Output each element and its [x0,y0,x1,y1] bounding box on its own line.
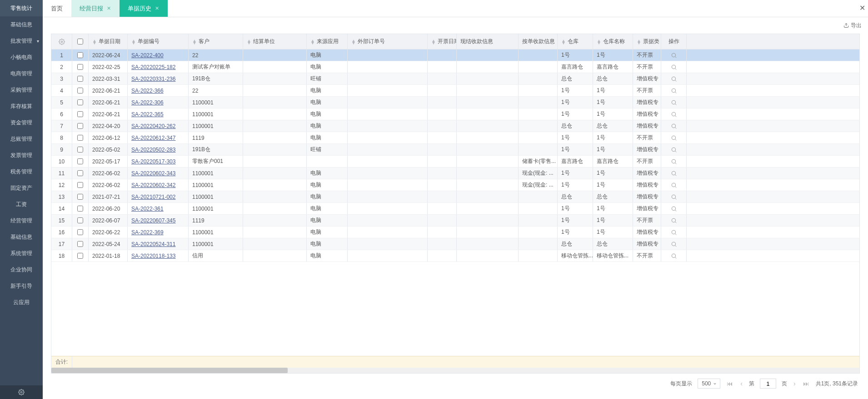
table-row[interactable]: 62022-06-21SA-2022-3651100001电脑1号1号增值税专 [51,108,859,120]
sidebar-item[interactable]: 库存核算 [0,98,43,114]
row-checkbox[interactable] [72,227,89,238]
row-checkbox[interactable] [72,97,89,108]
table-row[interactable]: 82022-06-12SA-20220612-3471119电脑1号1号不开票 [51,132,859,144]
table-row[interactable]: 52022-06-21SA-2022-3061100001电脑1号1号增值税专 [51,97,859,108]
row-view-action[interactable] [661,132,687,143]
doc-link[interactable]: SA-20220331-236 [131,76,175,82]
sidebar-item[interactable]: 基础信息 [0,229,43,245]
table-row[interactable]: 152022-06-07SA-20220607-3451119电脑1号1号不开票 [51,215,859,227]
close-all-tabs[interactable]: ✕ [859,4,865,12]
doc-link[interactable]: SA-20220612-347 [131,135,175,141]
doc-link[interactable]: SA-2022-369 [131,229,164,236]
doc-link[interactable]: SA-20220607-345 [131,217,175,224]
row-view-action[interactable] [661,108,687,120]
doc-link[interactable]: SA-2022-400 [131,52,164,59]
row-checkbox[interactable] [72,49,89,61]
sidebar-item[interactable]: 采购管理 [0,82,43,98]
doc-link[interactable]: SA-2022-306 [131,99,164,106]
row-checkbox[interactable] [72,203,89,214]
doc-link[interactable]: SA-20220602-342 [131,182,175,188]
doc-link[interactable]: SA-2022-365 [131,111,164,118]
table-row[interactable]: 32022-03-31SA-20220331-236191B仓旺铺总仓总仓增值税… [51,73,859,85]
row-checkbox[interactable] [72,144,89,155]
export-button[interactable]: 导出 [843,22,862,30]
row-view-action[interactable] [661,85,687,96]
tab-home[interactable]: 首页 [43,0,71,17]
col-customer[interactable]: ▲▼客户 [189,34,243,49]
sidebar-item[interactable]: 固定资产 [0,180,43,196]
row-view-action[interactable] [661,179,687,191]
col-cash-info[interactable]: 现结收款信息 [457,34,519,49]
table-row[interactable]: 172022-05-24SA-20220524-3111100001电脑总仓总仓… [51,238,859,250]
sidebar-item[interactable]: 电商管理 [0,65,43,82]
table-row[interactable]: 132021-07-21SA-20210721-0021100001电脑总仓总仓… [51,191,859,203]
sidebar-item[interactable]: 小畅电商 [0,49,43,65]
row-view-action[interactable] [661,227,687,238]
row-view-action[interactable] [661,49,687,61]
col-external-order[interactable]: ▲▼外部订单号 [348,34,428,49]
row-checkbox[interactable] [72,238,89,250]
col-invoice-date[interactable]: ▲▼开票日期 [428,34,457,49]
row-checkbox[interactable] [72,179,89,191]
row-view-action[interactable] [661,144,687,155]
col-code[interactable]: ▲▼单据编号 [128,34,189,49]
sidebar-item[interactable]: 系统管理 [0,245,43,261]
next-page[interactable]: › [793,380,797,387]
close-icon[interactable]: ✕ [107,5,111,11]
close-icon[interactable]: ✕ [155,5,159,11]
row-checkbox[interactable] [72,215,89,226]
sidebar-item[interactable]: 发票管理 [0,147,43,163]
per-page-select[interactable]: 500 [698,379,720,389]
sidebar-item[interactable]: 总账管理 [0,131,43,147]
select-all[interactable] [72,34,89,49]
row-checkbox[interactable] [72,167,89,179]
row-checkbox[interactable] [72,191,89,202]
doc-link[interactable]: SA-20220118-133 [131,253,175,259]
table-row[interactable]: 162022-06-22SA-2022-3691100001电脑1号1号增值税专 [51,227,859,238]
row-view-action[interactable] [661,203,687,214]
row-view-action[interactable] [661,120,687,132]
sidebar-item[interactable]: 基础信息 [0,16,43,33]
table-row[interactable]: 122022-06-02SA-20220602-3421100001电脑现金(现… [51,179,859,191]
row-checkbox[interactable] [72,120,89,132]
page-input[interactable] [760,379,776,389]
sidebar-item[interactable]: 云应用 [0,294,43,310]
first-page[interactable]: ⏮ [726,380,734,387]
row-view-action[interactable] [661,73,687,84]
row-checkbox[interactable] [72,132,89,143]
doc-link[interactable]: SA-2022-361 [131,206,164,212]
col-date[interactable]: ▲▼单据日期 [89,34,128,49]
doc-link[interactable]: SA-20220517-303 [131,158,175,165]
tab-document-history[interactable]: 单据历史✕ [120,0,168,17]
col-warehouse-name[interactable]: ▲▼仓库名称 [593,34,633,49]
doc-link[interactable]: SA-20210721-002 [131,194,175,200]
col-bill-info[interactable]: 按单收款信息 [519,34,558,49]
row-view-action[interactable] [661,215,687,226]
row-view-action[interactable] [661,238,687,250]
prev-page[interactable]: ‹ [739,380,743,387]
table-row[interactable]: 12022-06-24SA-2022-40022电脑1号1号不开票 [51,49,859,61]
table-row[interactable]: 92022-05-02SA-20220502-283191B仓旺铺1号1号增值税… [51,144,859,156]
sidebar-item[interactable]: 零售统计 [0,0,43,16]
doc-link[interactable]: SA-20220225-182 [131,64,175,70]
col-source[interactable]: ▲▼来源应用 [307,34,348,49]
table-row[interactable]: 42022-06-21SA-2022-36622电脑1号1号不开票 [51,85,859,97]
sidebar-item[interactable]: 经营管理 [0,212,43,229]
table-row[interactable]: 142022-06-20SA-2022-3611100001电脑1号1号增值税专 [51,203,859,215]
row-checkbox[interactable] [72,156,89,167]
col-invoice-type[interactable]: ▲▼票据类 [633,34,661,49]
row-view-action[interactable] [661,167,687,179]
table-row[interactable]: 182022-01-18SA-20220118-133信用电脑移动仓管拣...移… [51,250,859,262]
row-checkbox[interactable] [72,85,89,96]
row-view-action[interactable] [661,61,687,73]
col-warehouse[interactable]: ▲▼仓库 [558,34,593,49]
horizontal-scrollbar[interactable] [51,368,859,373]
row-checkbox[interactable] [72,108,89,120]
row-view-action[interactable] [661,97,687,108]
sidebar-item[interactable]: 新手引导 [0,278,43,294]
doc-link[interactable]: SA-20220502-283 [131,147,175,153]
table-row[interactable]: 22022-02-25SA-20220225-182测试客户对账单电脑嘉言路仓嘉… [51,61,859,73]
row-view-action[interactable] [661,156,687,167]
row-checkbox[interactable] [72,61,89,73]
last-page[interactable]: ⏭ [802,380,810,387]
